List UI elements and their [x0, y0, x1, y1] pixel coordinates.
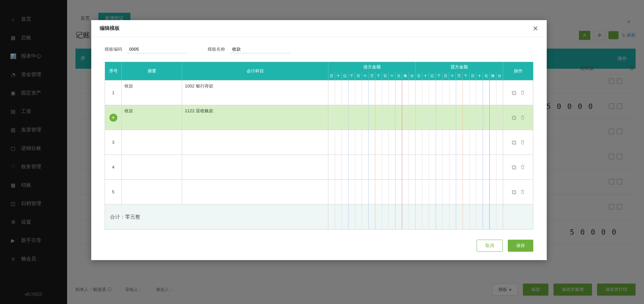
subject-cell[interactable]: 1002 银行存款: [182, 80, 328, 105]
summary-cell[interactable]: [122, 130, 182, 155]
summary-cell[interactable]: 收款: [122, 105, 182, 130]
subject-cell[interactable]: [182, 155, 328, 180]
table-row[interactable]: 5: [105, 180, 533, 204]
modal-footer: 取消 保存: [91, 235, 547, 260]
delete-icon[interactable]: [520, 90, 525, 96]
debit-cell[interactable]: [328, 80, 416, 105]
op-cell: [503, 80, 533, 105]
table-row[interactable]: + 收款 1122 应收账款: [105, 105, 533, 130]
cancel-button[interactable]: 取消: [477, 240, 503, 252]
subject-cell[interactable]: [182, 180, 328, 204]
template-name-label: 模板名称: [208, 46, 225, 52]
summary-cell[interactable]: [122, 155, 182, 180]
seq-cell: 4: [105, 155, 122, 180]
seq-cell: 3: [105, 130, 122, 155]
credit-cell[interactable]: [416, 180, 503, 204]
op-cell: [503, 155, 533, 180]
copy-icon[interactable]: [511, 140, 517, 145]
total-row: 合计：零元整: [105, 204, 533, 230]
template-name-input[interactable]: [230, 45, 290, 53]
copy-icon[interactable]: [511, 115, 517, 120]
table-row[interactable]: 3: [105, 130, 533, 155]
debit-cell[interactable]: [328, 105, 416, 130]
svg-rect-5: [513, 141, 516, 144]
copy-icon[interactable]: [511, 165, 517, 170]
copy-icon[interactable]: [511, 90, 517, 96]
svg-rect-3: [513, 117, 516, 120]
modal-title: 编辑模板: [100, 25, 120, 32]
th-seq: 序号: [105, 62, 122, 80]
credit-cell[interactable]: [416, 80, 503, 105]
svg-rect-9: [513, 191, 516, 194]
save-button[interactable]: 保存: [508, 240, 533, 252]
subject-cell[interactable]: 1122 应收账款: [182, 105, 328, 130]
svg-rect-0: [512, 91, 515, 94]
svg-rect-1: [513, 92, 516, 95]
delete-icon[interactable]: [520, 115, 525, 120]
debit-cell[interactable]: [328, 180, 416, 204]
th-op: 操作: [503, 62, 533, 80]
summary-cell[interactable]: 收款: [122, 80, 182, 105]
summary-cell[interactable]: [122, 180, 182, 204]
credit-cell[interactable]: [416, 130, 503, 155]
svg-rect-4: [512, 141, 515, 144]
svg-rect-8: [512, 190, 515, 193]
credit-cell[interactable]: [416, 155, 503, 180]
close-icon[interactable]: ✕: [533, 24, 538, 33]
subject-cell[interactable]: [182, 130, 328, 155]
th-credit: 贷方金额: [416, 62, 503, 72]
svg-rect-6: [512, 166, 515, 169]
credit-cell[interactable]: [416, 105, 503, 130]
op-cell: [503, 105, 533, 130]
seq-cell: 5: [105, 180, 122, 204]
table-row[interactable]: 4: [105, 155, 533, 180]
debit-cell[interactable]: [328, 155, 416, 180]
template-table: 序号 摘要 会计科目 借方金额 贷方金额 操作 百十亿千百十万千百十元角分 百十…: [105, 62, 533, 230]
template-code-label: 模板编码: [105, 46, 122, 52]
table-row[interactable]: 1 收款 1002 银行存款: [105, 80, 533, 105]
seq-cell: 1: [105, 80, 122, 105]
modal-header: 编辑模板 ✕: [91, 20, 547, 37]
delete-icon[interactable]: [520, 140, 525, 145]
th-summary: 摘要: [122, 62, 182, 80]
th-subject: 会计科目: [182, 62, 328, 80]
debit-cell[interactable]: [328, 130, 416, 155]
edit-template-modal: 编辑模板 ✕ 模板编码 模板名称 序号 摘要 会计科目 借方金额 贷方金额: [91, 20, 547, 260]
copy-icon[interactable]: [511, 189, 517, 195]
th-debit: 借方金额: [328, 62, 416, 72]
svg-rect-7: [513, 166, 516, 169]
delete-icon[interactable]: [520, 189, 525, 195]
svg-rect-2: [512, 116, 515, 119]
template-code-input[interactable]: [127, 45, 187, 53]
delete-icon[interactable]: [520, 165, 525, 170]
add-row-button[interactable]: +: [109, 114, 117, 122]
op-cell: [503, 180, 533, 204]
op-cell: [503, 130, 533, 155]
seq-cell: +: [105, 105, 122, 130]
